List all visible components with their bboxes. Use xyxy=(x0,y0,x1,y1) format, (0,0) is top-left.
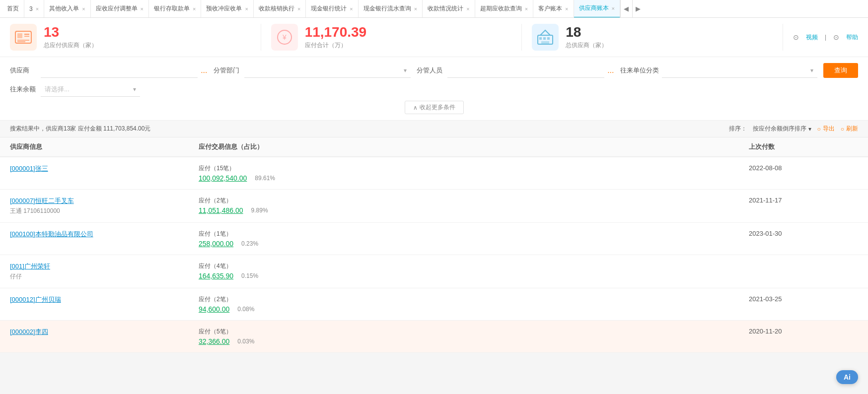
transaction-info-col: 应付（2笔） 11,051,486.00 9.89% xyxy=(199,197,749,214)
close-icon[interactable]: × xyxy=(414,6,417,12)
filter-dept: 分管部门 ▾ xyxy=(214,63,411,78)
table-row: [000007]恒旺二手叉车 王通 17106110000 应付（2笔） 11,… xyxy=(0,190,868,223)
total-supplier-text: 18 总供应商（家） xyxy=(566,25,607,50)
tab-home[interactable]: 首页 xyxy=(2,0,24,18)
tab-bank-deposit[interactable]: 银行存取款单 × xyxy=(149,0,201,18)
header-lastpay: 上次付数 xyxy=(749,142,858,151)
tab-num3[interactable]: 3 × xyxy=(24,0,44,18)
tab-overdue[interactable]: 超期应收款查询 × xyxy=(475,0,533,18)
total-supplier-icon xyxy=(532,24,559,51)
trans-amount[interactable]: 32,366.00 xyxy=(199,337,229,345)
close-icon[interactable]: × xyxy=(193,6,196,12)
supplier-contact: 仔仔 xyxy=(10,272,199,281)
trans-amount[interactable]: 258,000.00 xyxy=(199,240,233,248)
dept-chevron-icon: ▾ xyxy=(404,67,407,74)
svg-text:¥: ¥ xyxy=(282,33,287,41)
filter-area: 供应商 ... 分管部门 ▾ 分管人员 ... 往来单位分类 ▾ 查询 往来 xyxy=(0,57,868,121)
trans-amount[interactable]: 164,635.90 xyxy=(199,272,233,280)
collapse-button[interactable]: ∧ 收起更多条件 xyxy=(405,101,464,114)
tab-supplier-book[interactable]: 供应商账本 × xyxy=(574,0,620,18)
supplier-link[interactable]: [000002]李四 xyxy=(10,328,199,336)
table-row: [000001]张三 应付（15笔） 100,092,540.00 89.61%… xyxy=(0,157,868,190)
sort-button[interactable]: 按应付余额倒序排序 ▾ xyxy=(753,125,811,133)
svg-rect-1 xyxy=(17,33,22,38)
nav-left-arrow[interactable]: ◀ xyxy=(620,0,632,18)
table-header: 供应商信息 应付交易信息（占比） 上次付数 xyxy=(0,137,868,157)
tab-cash-flow[interactable]: 现金银行流水查询 × xyxy=(359,0,423,18)
filter-balance: 往来余额 请选择... ▾ xyxy=(10,82,858,97)
person-filter-input[interactable] xyxy=(447,63,604,78)
supplier-link[interactable]: [000100]本特勤油品有限公司 xyxy=(10,230,199,239)
tab-collection[interactable]: 收款核销执行 × xyxy=(254,0,306,18)
trans-label: 应付（1笔） xyxy=(199,230,749,238)
close-icon[interactable]: × xyxy=(525,6,528,12)
trans-amount[interactable]: 11,051,486.00 xyxy=(199,206,243,214)
supplier-info-col: [000001]张三 xyxy=(10,164,199,173)
table-row: [000100]本特勤油品有限公司 应付（1笔） 258,000.00 0.23… xyxy=(0,223,868,255)
supplier-info-col: [000002]李四 xyxy=(10,328,199,336)
trans-info: 应付（1笔） 258,000.00 0.23% xyxy=(199,230,749,248)
close-icon[interactable]: × xyxy=(36,6,39,12)
supplier-dots[interactable]: ... xyxy=(201,66,207,75)
tab-other-income-label: 其他收入单 xyxy=(49,4,79,13)
trans-info: 应付（4笔） 164,635.90 0.15% xyxy=(199,262,749,280)
nav-right-arrow[interactable]: ▶ xyxy=(632,0,644,18)
balance-placeholder: 请选择... xyxy=(45,85,70,94)
filter-category: 往来单位分类 ▾ xyxy=(620,63,818,78)
person-dots[interactable]: ... xyxy=(607,66,614,75)
supplier-contact: 王通 17106110000 xyxy=(10,207,199,215)
category-select[interactable]: ▾ xyxy=(662,63,818,78)
filter-supplier: 供应商 ... xyxy=(10,63,208,78)
help-link[interactable]: 帮助 xyxy=(846,33,858,42)
balance-select[interactable]: 请选择... ▾ xyxy=(41,82,140,97)
query-button[interactable]: 查询 xyxy=(823,63,858,78)
close-icon[interactable]: × xyxy=(565,6,568,12)
trans-amount[interactable]: 100,092,540.00 xyxy=(199,174,247,182)
dept-select[interactable]: ▾ xyxy=(244,63,411,78)
close-icon[interactable]: × xyxy=(612,5,615,11)
tab-prepay[interactable]: 预收冲应收单 × xyxy=(201,0,253,18)
tab-ap-adjustment-label: 应收应付调整单 xyxy=(96,4,138,13)
transaction-info-col: 应付（5笔） 32,366.00 0.03% xyxy=(199,328,749,345)
trans-percent: 0.15% xyxy=(241,272,258,279)
trans-row: 11,051,486.00 9.89% xyxy=(199,206,749,214)
sort-btn-label: 按应付余额倒序排序 xyxy=(753,125,806,133)
supplier-link[interactable]: [000012]广州贝瑞 xyxy=(10,295,199,304)
close-icon[interactable]: × xyxy=(82,6,85,12)
last-pay-date: 2023-01-30 xyxy=(749,230,782,237)
supplier-link[interactable]: [001]广州荣轩 xyxy=(10,262,199,271)
refresh-button[interactable]: ○ 刷新 xyxy=(841,125,858,133)
close-icon[interactable]: × xyxy=(141,6,144,12)
trans-row: 32,366.00 0.03% xyxy=(199,337,749,345)
close-icon[interactable]: × xyxy=(466,6,469,12)
payable-total-text: 11,170.39 应付合计（万） xyxy=(305,25,367,50)
supplier-filter-input[interactable] xyxy=(41,63,198,78)
tab-collection-label: 收款核销执行 xyxy=(259,4,294,13)
trans-amount[interactable]: 94,600.00 xyxy=(199,305,229,313)
last-pay-date: 2021-11-17 xyxy=(749,197,782,204)
export-button[interactable]: ○ 导出 xyxy=(817,125,835,133)
tab-supplier-book-label: 供应商账本 xyxy=(579,4,609,12)
collapse-label: 收起更多条件 xyxy=(420,103,455,112)
close-icon[interactable]: × xyxy=(297,6,300,12)
sort-label: 排序： xyxy=(729,125,747,133)
tab-other-income[interactable]: 其他收入单 × xyxy=(44,0,90,18)
tab-collection-stat[interactable]: 收款情况统计 × xyxy=(423,0,475,18)
close-icon[interactable]: × xyxy=(245,6,248,12)
tab-overdue-label: 超期应收款查询 xyxy=(480,4,522,13)
payable-supplier-count: 13 xyxy=(44,25,97,40)
trans-percent: 0.23% xyxy=(241,240,258,247)
tab-cash-stat[interactable]: 现金银行统计 × xyxy=(306,0,358,18)
svg-rect-11 xyxy=(547,37,550,40)
tab-ap-adjustment[interactable]: 应收应付调整单 × xyxy=(91,0,149,18)
supplier-link[interactable]: [000001]张三 xyxy=(10,164,199,173)
video-link[interactable]: 视频 xyxy=(806,33,818,42)
payable-supplier-icon xyxy=(10,24,37,51)
close-icon[interactable]: × xyxy=(350,6,353,12)
video-icon: ⊙ xyxy=(793,33,799,41)
header-transaction: 应付交易信息（占比） xyxy=(199,142,749,151)
tab-customer-book[interactable]: 客户账本 × xyxy=(533,0,574,18)
transaction-info-col: 应付（15笔） 100,092,540.00 89.61% xyxy=(199,164,749,182)
trans-row: 100,092,540.00 89.61% xyxy=(199,174,749,182)
supplier-link[interactable]: [000007]恒旺二手叉车 xyxy=(10,197,199,205)
